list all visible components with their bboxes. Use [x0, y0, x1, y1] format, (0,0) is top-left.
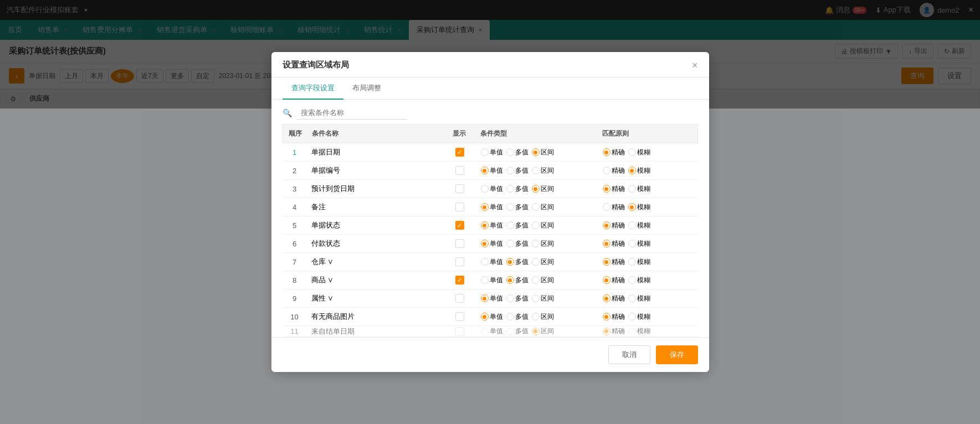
- dialog-close-btn[interactable]: ×: [692, 60, 698, 70]
- dialog-title: 设置查询区域布局: [283, 60, 349, 70]
- dialog-tab-query-fields-label: 查询字段设置: [291, 84, 335, 92]
- modal-overlay: 设置查询区域布局 × 查询字段设置 布局调整 🔍 顺序: [0, 0, 980, 108]
- dialog-tab-layout[interactable]: 布局调整: [343, 77, 390, 100]
- condition-search-input[interactable]: [296, 106, 407, 108]
- dialog-search-area: 🔍: [271, 100, 709, 108]
- dialog-tab-bar: 查询字段设置 布局调整: [271, 77, 709, 100]
- dialog-header: 设置查询区域布局 ×: [271, 52, 709, 77]
- settings-dialog: 设置查询区域布局 × 查询字段设置 布局调整 🔍 顺序: [271, 52, 709, 108]
- dialog-tab-query-fields[interactable]: 查询字段设置: [283, 77, 343, 100]
- dialog-tab-layout-label: 布局调整: [352, 84, 381, 92]
